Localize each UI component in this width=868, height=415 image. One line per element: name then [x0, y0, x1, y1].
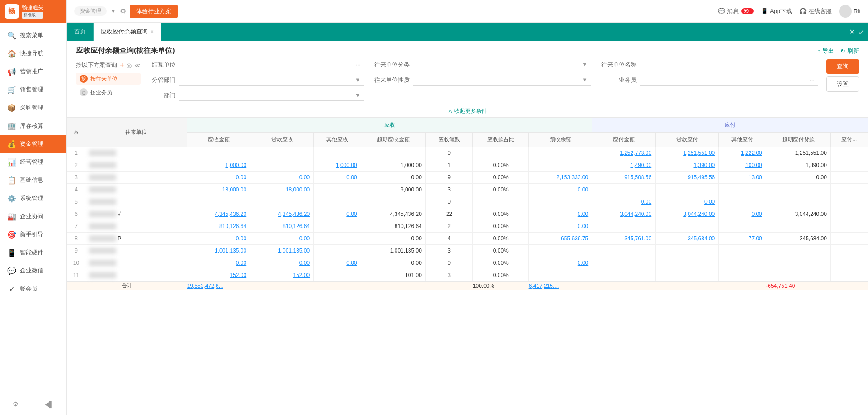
cell-ap-overdue: 345,684.00 — [766, 233, 830, 245]
sidebar-item-hardware[interactable]: 📱 智能硬件 — [0, 243, 66, 262]
sidebar-item-search[interactable]: 🔍 搜索菜单 — [0, 26, 66, 44]
sidebar-item-inventory[interactable]: 🏢 库存核算 — [0, 117, 66, 135]
filter-label-row: 按以下方案查询 + ◎ ≪ — [76, 61, 141, 69]
cell-ap-overdue: 3,044,240.00 — [766, 208, 830, 220]
sidebar-item-finance[interactable]: 💰 资金管理 — [0, 135, 66, 153]
customer-nature-field: 往来单位性质 ▼ — [373, 75, 591, 86]
cell-ar-ratio — [473, 196, 529, 208]
cell-serial: 6 — [67, 208, 85, 220]
app-download-btn[interactable]: 📱 App下载 — [761, 7, 792, 15]
cell-ar-prepay — [529, 196, 592, 208]
filter-section: 应收应付余额查询(按往来单位) ↑ 导出 ↻ 刷新 — [67, 41, 868, 118]
cell-ar-other — [314, 184, 361, 196]
wechat-icon: 💬 — [7, 266, 16, 275]
sidebar-item-purchase[interactable]: 📦 采购管理 — [0, 99, 66, 117]
th-ar-count: 应收笔数 — [425, 133, 473, 147]
table-row: 1 01,252,773.001,251,551.001,222.001,251… — [67, 147, 868, 159]
cell-ar-prepay: 0.00 — [529, 184, 592, 196]
cell-ap-amount — [592, 257, 656, 269]
cell-ar-prepay — [529, 147, 592, 159]
collapse-filter-btn[interactable]: ≪ — [134, 62, 141, 69]
cell-serial: 11 — [67, 269, 85, 282]
app-icon: 📱 — [761, 8, 768, 14]
settings-footer-btn[interactable]: ⚙ — [10, 398, 21, 410]
cell-ap-loan — [656, 184, 719, 196]
query-buttons: 查询 设置 — [826, 59, 859, 92]
sidebar-item-system[interactable]: ⚙️ 系统管理 — [0, 189, 66, 207]
promo-button[interactable]: 体验行业方案 — [130, 5, 178, 18]
messages-btn[interactable]: 💬 消息 99+ — [718, 7, 754, 15]
tab-ar-query[interactable]: 应收应付余额查询 × — [94, 23, 161, 41]
cell-customer — [85, 269, 187, 282]
cell-ar-prepay: 0.00 — [529, 220, 592, 233]
settings-filter-btn[interactable]: ◎ — [127, 62, 132, 69]
enterprise-icon: 🏭 — [7, 212, 16, 221]
topbar-breadcrumb: 资金管理 — [74, 6, 107, 16]
sidebar-item-quicknav[interactable]: 🏠 快捷导航 — [0, 44, 66, 62]
guide-icon: 🎯 — [7, 230, 16, 239]
cell-customer — [85, 184, 187, 196]
inventory-icon: 🏢 — [7, 121, 16, 130]
cell-ar-amount: 152.00 — [187, 269, 250, 282]
scheme-salesperson-icon: ◷ — [80, 88, 88, 96]
refresh-btn[interactable]: ↻ 刷新 — [840, 47, 859, 55]
customer-name-input[interactable] — [640, 59, 818, 70]
cell-ar-loan: 0.00 — [250, 257, 314, 269]
th-ar-group: 应收 — [187, 118, 592, 133]
collapse-more-btn[interactable]: ∧ 收起更多条件 — [67, 105, 868, 117]
topbar-left: 资金管理 ▼ ⚙ 体验行业方案 — [74, 5, 178, 18]
service-icon: 🎧 — [799, 8, 807, 14]
sidebar-item-enterprise[interactable]: 🏭 企业协同 — [0, 207, 66, 225]
table-row: 9 1,001,135.001,001,135.001,001,135.0030… — [67, 245, 868, 257]
cell-ap-other: 100.00 — [719, 159, 766, 172]
scheme-by-salesperson[interactable]: ◷ 按业务员 — [76, 86, 141, 98]
scheme-by-customer[interactable]: 按 按往来单位 — [76, 73, 141, 85]
cell-ap-loan: 345,684.00 — [656, 233, 719, 245]
cell-ap-more — [830, 196, 868, 208]
cell-ap-other: 0.00 — [719, 208, 766, 220]
cell-ar-count: 4 — [425, 233, 473, 245]
user-profile[interactable]: Rit — [839, 5, 861, 18]
sidebar-item-wechat[interactable]: 💬 企业微信 — [0, 262, 66, 280]
avatar — [839, 5, 852, 18]
set-button[interactable]: 设置 — [826, 76, 859, 92]
export-btn[interactable]: ↑ 导出 — [818, 47, 835, 55]
cell-ar-overdue: 101.00 — [361, 269, 425, 282]
tab-home[interactable]: 首页 — [67, 23, 94, 41]
online-service-btn[interactable]: 🎧 在线客服 — [799, 7, 832, 15]
cell-ar-loan: 810,126.64 — [250, 220, 314, 233]
sidebar-item-guide[interactable]: 🎯 新手引导 — [0, 225, 66, 243]
cell-ap-amount — [592, 220, 656, 233]
customer-nature-label: 往来单位性质 — [373, 76, 410, 84]
salesperson-field: 业务员 ··· — [600, 75, 818, 86]
table-settings-icon[interactable]: ⚙ — [74, 129, 79, 136]
sidebar-item-marketing[interactable]: 📢 营销推广 — [0, 62, 66, 81]
table-row: 6 √4,345,436.204,345,436.200.004,345,436… — [67, 208, 868, 220]
th-ap-more: 应付... — [830, 133, 868, 147]
sidebar-item-member[interactable]: ✓ 畅会员 — [0, 280, 66, 298]
purchase-icon: 📦 — [7, 103, 16, 112]
cell-ar-amount: 0.00 — [187, 172, 250, 184]
add-filter-btn[interactable]: + — [120, 61, 124, 69]
tab-close-btn[interactable]: × — [151, 29, 154, 35]
cell-ar-loan: 152.00 — [250, 269, 314, 282]
cell-serial: 4 — [67, 184, 85, 196]
collapse-sidebar-btn[interactable]: ◀▌ — [42, 398, 57, 410]
query-button[interactable]: 查询 — [826, 59, 859, 74]
user-name: Rit — [854, 8, 861, 14]
tab-expand-btn[interactable]: ⤢ — [859, 28, 864, 36]
table-wrapper[interactable]: ⚙ 往来单位 应收 应付 — [67, 118, 868, 415]
collapse-arrow-icon: ∧ — [448, 108, 453, 114]
th-ap-overdue: 超期应付货款 — [766, 133, 830, 147]
topbar-dropdown-btn[interactable]: ▼ — [110, 8, 116, 14]
tab-close-window-btn[interactable]: ✕ — [849, 28, 855, 36]
filter-fields: 结算单位 ··· 往来单位分类 ▼ 往来单位名称 — [146, 59, 859, 101]
topbar-gear-btn[interactable]: ⚙ — [120, 7, 126, 15]
table-footer-row: 合计 19,553,472,6... 100.00% 6,417,215.... — [67, 281, 868, 290]
sidebar-item-operations[interactable]: 📊 经营管理 — [0, 153, 66, 171]
cell-ar-other — [314, 233, 361, 245]
sidebar-item-basic[interactable]: 📋 基础信息 — [0, 171, 66, 189]
cell-ap-overdue: 1,251,551.00 — [766, 147, 830, 159]
th-gear: ⚙ — [67, 118, 85, 147]
sidebar-item-sales[interactable]: 🛒 销售管理 — [0, 81, 66, 99]
